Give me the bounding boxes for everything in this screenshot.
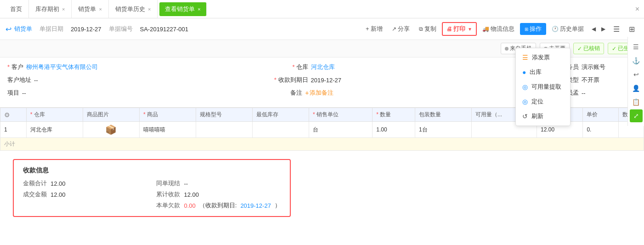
doc-meta: 单据日期 2019-12-27 单据编号 SA-20191227-001	[40, 25, 359, 33]
view-toggle-list[interactable]: ☰	[610, 23, 623, 35]
number-label: 单据编号	[109, 25, 133, 33]
copy-button[interactable]: ⧉ 复制	[415, 23, 440, 35]
tab-sales[interactable]: 销货单 ×	[72, 0, 108, 18]
window-close-button[interactable]: ×	[635, 5, 639, 13]
right-icon-1[interactable]: ☰	[630, 40, 643, 53]
close-sales-tab[interactable]: ×	[99, 6, 102, 12]
row-qty: 1.00	[373, 122, 415, 138]
note-field: 备注 + 添加备注	[290, 89, 333, 97]
cumulative-label: 累计收款	[156, 190, 180, 199]
doc-type-label: 销货单	[14, 25, 32, 33]
main-container: ↩ 销货单 单据日期 2019-12-27 单据编号 SA-20191227-0…	[0, 18, 644, 245]
nav-arrows: ◀ ▶	[589, 24, 608, 34]
due-close: ）	[275, 201, 281, 210]
row-image: 📦	[83, 122, 139, 138]
row-pack-qty: 1台	[415, 122, 472, 138]
col-gear: ⚙	[0, 108, 27, 122]
project-label: 项目	[7, 89, 19, 97]
new-button[interactable]: + 新增	[362, 23, 386, 35]
prev-button[interactable]: ◀	[589, 24, 598, 34]
close-sales-history-tab[interactable]: ×	[148, 6, 151, 12]
col-warehouse: 仓库	[26, 108, 83, 122]
project-field: 项目 --	[7, 89, 77, 97]
row-unit: 台	[309, 122, 373, 138]
dropdown-locate[interactable]: ◎ 定位	[516, 94, 570, 109]
same-order-value: --	[184, 180, 188, 187]
refresh-icon: ↺	[522, 113, 528, 120]
col-unit: 销售单位	[309, 108, 373, 122]
payment-same-order-row: 同单现结 --	[156, 179, 280, 188]
row-price: 0.	[583, 122, 619, 138]
same-order-label: 同单现结	[156, 179, 180, 188]
total-label: 金额合计	[23, 179, 47, 188]
right-icon-6-expand[interactable]: ⤢	[630, 109, 643, 122]
right-icons-panel: ☰ ⚓ ↩ 👤 📋 ⤢	[627, 37, 644, 126]
toolbar-actions: + 新增 ↗ 分享 ⧉ 复制 🖨 打印 ▼ 🚚 物流信息 ⊞ 操作	[362, 22, 638, 36]
check-icon: ✓	[577, 46, 582, 52]
history-button[interactable]: 🕐 历史单据	[548, 23, 588, 35]
col-image: 商品图片	[83, 108, 139, 122]
payment-owed-row: 本单欠款 0.00 （收款到期日: 2019-12-27 ）	[156, 201, 280, 210]
payment-total-row: 金额合计 12.00	[23, 179, 147, 188]
tab-bar: 首页 库存期初 × 销货单 × 销货单历史 × 查看销货单 × ×	[0, 0, 644, 18]
project-value: --	[22, 90, 77, 97]
col-qty: 数量	[373, 108, 415, 122]
row-no: 1	[0, 122, 27, 138]
cumulative-value: 12.00	[184, 191, 199, 198]
locate-icon: ◎	[522, 98, 528, 105]
logistics-button[interactable]: 🚚 物流信息	[479, 23, 518, 35]
right-icon-4[interactable]: 👤	[630, 82, 643, 95]
tab-home[interactable]: 首页	[4, 0, 29, 18]
right-icon-3[interactable]: ↩	[630, 68, 643, 81]
col-min-stock: 最低库存	[252, 108, 309, 122]
close-check-sales-tab[interactable]: ×	[198, 6, 200, 12]
dropdown-add-invoice[interactable]: ☰ 添发票	[516, 50, 570, 65]
number-value: SA-20191227-001	[140, 26, 189, 33]
dropdown-refresh[interactable]: ↺ 刷新	[516, 109, 570, 124]
due-note: （收款到期日:	[199, 201, 237, 210]
right-icon-2[interactable]: ⚓	[630, 54, 643, 67]
note-label: 备注	[290, 89, 302, 97]
close-inventory-tab[interactable]: ×	[62, 6, 65, 12]
dropdown-outbound[interactable]: ● 出库	[516, 65, 570, 80]
payment-box: 收款信息 金额合计 12.00 同单现结 -- 成交金额 12.00 累计收款 …	[13, 159, 291, 217]
gear-icon[interactable]: ⚙	[4, 111, 10, 119]
customer-label: 客户	[7, 63, 23, 71]
deal-value: 12.00	[51, 191, 66, 198]
print-button[interactable]: 🖨 打印 ▼	[442, 22, 477, 36]
dropdown-qty-extract[interactable]: ◎ 可用量提取	[516, 80, 570, 94]
outbound-icon: ●	[522, 68, 526, 76]
customer-value[interactable]: 柳州粤港平安气体有限公司	[26, 63, 98, 71]
due-date-label: 收款到期日	[274, 76, 308, 84]
right-icon-5[interactable]: 📋	[630, 96, 643, 108]
next-button[interactable]: ▶	[599, 24, 608, 34]
subtotal-row: 小计	[0, 138, 644, 151]
view-toggle-grid[interactable]: ⊞	[625, 23, 638, 35]
col-price: 单价	[583, 108, 619, 122]
share-button[interactable]: ↗ 分享	[388, 23, 413, 35]
tab-sales-history[interactable]: 销货单历史 ×	[109, 0, 158, 18]
address-label: 客户地址	[7, 76, 31, 84]
tab-inventory[interactable]: 库存期初 ×	[29, 0, 72, 18]
row-spec	[196, 122, 252, 138]
operations-dropdown: ☰ 添发票 ● 出库 ◎ 可用量提取 ◎ 定位 ↺ 刷新	[515, 48, 571, 126]
owed-label: 本单欠款	[156, 201, 180, 210]
product-image-icon: 📦	[105, 125, 117, 135]
due-date-value: 2019-12-27	[311, 77, 366, 84]
qty-extract-icon: ◎	[522, 83, 528, 91]
owed-value: 0.00	[184, 202, 195, 209]
warehouse-value[interactable]: 河北仓库	[311, 63, 366, 71]
col-pack-qty: 包装数量	[415, 108, 472, 122]
col-spec: 规格型号	[196, 108, 252, 122]
row-product: 嘻嘻嘻嘻	[139, 122, 196, 138]
col-product: 商品	[139, 108, 196, 122]
staff-field: 业务员 演示账号	[561, 63, 637, 71]
tab-check-sales[interactable]: 查看销货单 ×	[159, 2, 206, 16]
toolbar: ↩ 销货单 单据日期 2019-12-27 单据编号 SA-20191227-0…	[0, 18, 644, 40]
operate-button[interactable]: ⊞ 操作	[520, 23, 546, 35]
add-note-button[interactable]: + 添加备注	[305, 89, 333, 97]
checked-off-button[interactable]: ✓ 已核销	[573, 43, 604, 54]
effective-icon: ✓	[612, 46, 616, 52]
row-min-stock	[252, 122, 309, 138]
date-label: 单据日期	[40, 25, 63, 33]
